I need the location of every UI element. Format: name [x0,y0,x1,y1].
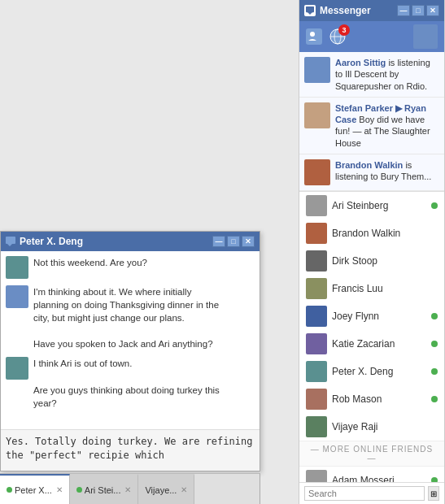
contact-avatar-peter [306,361,327,382]
globe-notification[interactable]: 3 [329,28,347,46]
contact-name-francis: Francis Luu [332,283,438,294]
search-input[interactable] [304,486,425,501]
feed-name-2a: Stefan Parker [335,103,393,113]
contact-name-joey: Joey Flynn [332,311,426,322]
contact-avatar-dirk [306,250,327,272]
contact-item-dirk[interactable]: Dirk Stoop [299,247,444,275]
tab-label-ari: Ari Stei... [85,485,121,495]
chat-avatar-other-1 [6,256,28,279]
chat-bubble-3: I think Ari is out of town.Are you guys … [33,357,229,409]
messenger-titlebar: Messenger — □ ✕ [299,0,444,21]
tab-label-vijaye: Vijaye... [145,485,177,495]
people-icon[interactable] [306,28,322,45]
messenger-title: Messenger [320,5,371,16]
contact-name-peter: Peter X. Deng [332,366,426,377]
user-avatar-large [413,24,438,49]
feed-text-1: Aaron Sittig is listening to Ill Descent… [335,57,439,92]
tab-close-peter[interactable]: ✕ [56,485,63,494]
tab-label-peter: Peter X... [15,485,52,495]
contact-avatar-adam [306,470,327,482]
contact-avatar-rob [306,389,327,410]
messenger-titlebar-left: Messenger [304,5,371,16]
tab-close-vijaye[interactable]: ✕ [181,485,187,494]
svg-rect-6 [6,237,15,244]
tab-online-dot-peter [7,487,12,493]
svg-rect-0 [306,7,314,12]
chat-messages: Not this weekend. Are you? I'm thinking … [1,251,260,430]
online-indicator-peter [431,368,438,375]
chat-tabs-bar: Peter X... ✕ Ari Stei... ✕ Vijaye... ✕ [0,473,260,504]
chat-minimize-button[interactable]: — [212,236,225,247]
contact-name-ari: Ari Steinberg [332,200,426,211]
contact-item-vijaye[interactable]: Vijaye Raji [299,413,444,441]
contact-item-ari[interactable]: Ari Steinberg [299,192,444,219]
contact-name-katie: Katie Zacarian [332,338,426,350]
contact-avatar-vijaye [306,416,327,437]
more-online-section: — MORE ONLINE FRIENDS — [299,441,444,467]
chat-titlebar-controls[interactable]: — □ ✕ [212,236,255,247]
chat-restore-button[interactable]: □ [227,236,240,247]
online-indicator-joey [431,313,438,319]
tab-close-ari[interactable]: ✕ [124,485,131,494]
online-indicator-rob [431,396,438,402]
chat-tab-vijaye[interactable]: Vijaye... ✕ [138,474,194,504]
chat-title-left: Peter X. Deng [6,236,83,247]
minimize-button[interactable]: — [397,5,410,16]
svg-point-2 [310,32,315,37]
svg-marker-1 [308,12,312,15]
contact-item-rob[interactable]: Rob Mason [299,385,444,413]
chat-icon [6,237,15,246]
feed-name-1: Aaron Sittig [335,58,386,67]
contact-name-rob: Rob Mason [332,393,426,405]
contact-item-francis[interactable]: Francis Luu [299,275,444,302]
chat-titlebar: Peter X. Deng — □ ✕ [1,232,260,251]
feed-text-2: Stefan Parker ▶ Ryan Case Boy did we hav… [335,102,439,149]
feed-item-1[interactable]: Aaron Sittig is listening to Ill Descent… [299,52,444,98]
search-bar: ⊞ [299,482,444,504]
online-indicator-ari [431,202,438,209]
chat-tab-peter[interactable]: Peter X... ✕ [0,474,70,504]
contact-item-brandon[interactable]: Brandon Walkin [299,219,444,247]
feed-avatar-1 [304,57,330,83]
contact-avatar-brandon [306,223,327,244]
messenger-panel: Messenger — □ ✕ 3 Aaron Sittig is listen… [299,0,445,504]
chat-input[interactable]: Yes. Totally doing turkey. We are refini… [1,430,260,471]
contact-avatar-joey [306,306,327,327]
feed-name-3: Brandon Walkin [335,160,403,170]
feed-item-2[interactable]: Stefan Parker ▶ Ryan Case Boy did we hav… [299,98,444,154]
contact-item-katie[interactable]: Katie Zacarian [299,330,444,358]
contact-avatar-ari [306,195,327,216]
chat-message-2: I'm thinking about it. We where initiall… [6,285,255,350]
feed-arrow: ▶ [395,103,402,113]
close-button[interactable]: ✕ [426,5,439,16]
feed-text-3: Brandon Walkin is listening to Bury Them… [335,159,439,183]
online-indicator-katie [431,341,438,347]
contact-name-brandon: Brandon Walkin [332,228,438,239]
feed-area: Aaron Sittig is listening to Ill Descent… [299,52,444,192]
feed-avatar-2 [304,102,330,128]
feed-item-3[interactable]: Brandon Walkin is listening to Bury Them… [299,154,444,191]
notification-badge: 3 [338,24,350,36]
chat-message-3: I think Ari is out of town.Are you guys … [6,357,255,409]
chat-tab-ari[interactable]: Ari Stei... ✕ [70,474,139,504]
contacts-list: Ari Steinberg Brandon Walkin Dirk Stoop … [299,192,444,482]
messenger-titlebar-controls[interactable]: — □ ✕ [397,5,439,16]
chat-title: Peter X. Deng [20,236,83,247]
chat-window: Peter X. Deng — □ ✕ Not this weekend. Ar… [0,231,260,471]
chat-close-button[interactable]: ✕ [242,236,255,247]
feed-avatar-3 [304,159,330,185]
contact-item-peter[interactable]: Peter X. Deng [299,358,444,385]
chat-bubble-1: Not this weekend. Are you? [33,256,147,269]
contact-item-joey[interactable]: Joey Flynn [299,302,444,330]
restore-button[interactable]: □ [412,5,425,16]
svg-marker-7 [7,244,12,246]
chat-bubble-2: I'm thinking about it. We where initiall… [33,285,229,350]
chat-avatar-self-1 [6,285,28,308]
chat-message-1: Not this weekend. Are you? [6,256,255,279]
messenger-icon [304,5,316,16]
contact-item-adam[interactable]: Adam Mosseri [299,467,444,482]
contact-avatar-francis [306,278,327,299]
contact-name-dirk: Dirk Stoop [332,255,438,267]
search-icon[interactable]: ⊞ [428,486,439,501]
chat-avatar-other-2 [6,357,28,380]
